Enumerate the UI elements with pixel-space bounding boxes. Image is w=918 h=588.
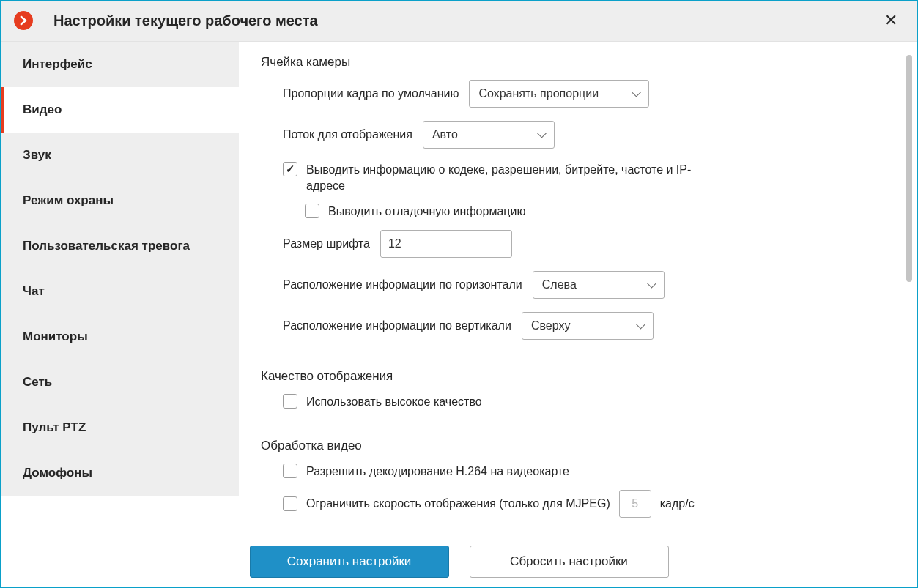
close-icon: ✕: [884, 11, 897, 30]
scrollbar[interactable]: [901, 42, 917, 535]
allow-h264-label: Разрешить декодирование H.264 на видеока…: [306, 464, 569, 480]
info-v-select[interactable]: Сверху: [522, 312, 654, 340]
default-aspect-label: Пропорции кадра по умолчанию: [283, 87, 459, 100]
sidebar-item-monitors[interactable]: Мониторы: [1, 314, 239, 360]
display-stream-label: Поток для отображения: [283, 128, 412, 141]
limit-fps-input[interactable]: 5: [619, 490, 651, 518]
sidebar-item-audio[interactable]: Звук: [1, 133, 239, 178]
allow-h264-checkbox[interactable]: [283, 464, 297, 478]
font-size-label: Размер шрифта: [283, 237, 370, 250]
scroll-thumb[interactable]: [906, 55, 912, 282]
show-codec-info-checkbox[interactable]: [283, 162, 297, 176]
limit-fps-unit: кадр/с: [660, 496, 695, 512]
scroll-track: [906, 55, 912, 521]
section-video-processing: Обработка видео: [261, 439, 872, 453]
sidebar-item-chat[interactable]: Чат: [1, 269, 239, 314]
sidebar-item-label: Интерфейс: [23, 57, 92, 72]
save-button[interactable]: Сохранить настройки: [250, 546, 449, 578]
sidebar-item-label: Сеть: [23, 375, 52, 390]
show-debug-checkbox[interactable]: [305, 204, 319, 218]
info-v-label: Расположение информации по вертикали: [283, 319, 511, 332]
show-debug-label: Выводить отладочную информацию: [328, 204, 525, 220]
info-h-label: Расположение информации по горизонтали: [283, 278, 522, 291]
close-button[interactable]: ✕: [878, 7, 904, 34]
sidebar-item-label: Пульт PTZ: [23, 420, 86, 435]
display-stream-select[interactable]: Авто: [423, 121, 555, 149]
sidebar-item-interface[interactable]: Интерфейс: [1, 42, 239, 87]
limit-fps-label: Ограничить скорость отображения (только …: [306, 496, 610, 512]
select-value: Сохранять пропорции: [478, 87, 599, 100]
select-value: Слева: [542, 278, 577, 291]
sidebar-item-label: Видео: [23, 103, 62, 117]
content: Ячейка камеры Пропорции кадра по умолчан…: [239, 42, 901, 535]
select-value: Сверху: [531, 319, 571, 332]
sidebar-item-label: Режим охраны: [23, 193, 114, 208]
content-wrap: Ячейка камеры Пропорции кадра по умолчан…: [239, 42, 917, 535]
sidebar-item-label: Звук: [23, 148, 51, 163]
font-size-input[interactable]: 12: [380, 230, 512, 258]
header: Настройки текущего рабочего места ✕: [1, 1, 917, 42]
high-quality-checkbox[interactable]: [283, 394, 297, 409]
sidebar-item-network[interactable]: Сеть: [1, 360, 239, 405]
high-quality-label: Использовать высокое качество: [306, 394, 482, 410]
sidebar-item-ptz[interactable]: Пульт PTZ: [1, 405, 239, 450]
sidebar-item-guard-mode[interactable]: Режим охраны: [1, 178, 239, 223]
info-h-select[interactable]: Слева: [533, 271, 665, 299]
sidebar-item-video[interactable]: Видео: [1, 87, 239, 133]
app-icon: [14, 11, 33, 30]
sidebar-item-label: Пользовательская тревога: [23, 239, 190, 253]
sidebar-item-user-alarm[interactable]: Пользовательская тревога: [1, 223, 239, 269]
section-display-quality: Качество отображения: [261, 369, 872, 384]
section-camera-cell: Ячейка камеры: [261, 55, 872, 70]
select-value: Авто: [432, 128, 458, 141]
footer: Сохранить настройки Сбросить настройки: [1, 535, 917, 587]
settings-window: Настройки текущего рабочего места ✕ Инте…: [0, 0, 918, 588]
sidebar-item-label: Мониторы: [23, 330, 88, 344]
body: Интерфейс Видео Звук Режим охраны Пользо…: [1, 42, 917, 535]
reset-button[interactable]: Сбросить настройки: [470, 546, 669, 578]
limit-fps-checkbox[interactable]: [283, 496, 297, 511]
sidebar-item-label: Домофоны: [23, 466, 92, 480]
sidebar-item-label: Чат: [23, 284, 45, 299]
sidebar: Интерфейс Видео Звук Режим охраны Пользо…: [1, 42, 239, 535]
sidebar-item-intercom[interactable]: Домофоны: [1, 450, 239, 496]
default-aspect-select[interactable]: Сохранять пропорции: [469, 80, 649, 108]
window-title: Настройки текущего рабочего места: [53, 12, 318, 29]
show-codec-info-label: Выводить информацию о кодеке, разрешении…: [306, 162, 717, 193]
